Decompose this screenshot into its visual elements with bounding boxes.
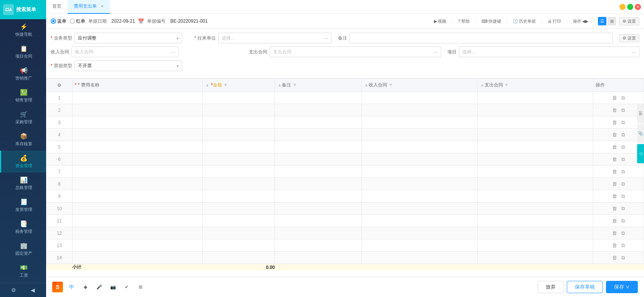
sidebar-item-capital[interactable]: 💰 资金管理 xyxy=(0,151,46,173)
cell-name-10[interactable] xyxy=(72,202,202,215)
right-float-3[interactable]: ◁ xyxy=(637,144,644,163)
grid-icon[interactable]: ⊞ xyxy=(135,282,146,292)
partner-input[interactable]: 选择... ··· xyxy=(218,33,332,43)
business-type-input[interactable]: 应付调整 ▾ xyxy=(74,33,182,43)
copy-btn-8[interactable]: ⧉ xyxy=(620,180,626,187)
cell-income-6[interactable] xyxy=(362,153,477,166)
cell-income-9[interactable] xyxy=(362,190,477,202)
actions-btn[interactable]: 操作 ◀▶ xyxy=(571,18,591,25)
delete-btn-14[interactable]: 🗑 xyxy=(611,254,619,261)
right-float-2[interactable]: 📎 xyxy=(637,124,644,143)
mic-icon[interactable]: 🎤 xyxy=(94,282,104,292)
expense-sort-up-icon[interactable]: ▲ xyxy=(480,82,485,88)
cell-expense-7[interactable] xyxy=(477,166,593,178)
settings-right-btn[interactable]: ⚙ 设置 xyxy=(619,34,639,42)
diamond-icon[interactable]: ◆ xyxy=(80,282,91,292)
cell-amount-9[interactable] xyxy=(202,190,275,202)
delete-btn-2[interactable]: 🗑 xyxy=(611,106,619,114)
copy-btn-2[interactable]: ⧉ xyxy=(620,106,626,114)
copy-btn-11[interactable]: ⧉ xyxy=(620,217,626,224)
camera-icon[interactable]: 📷 xyxy=(108,282,118,292)
sidebar-item-assets[interactable]: 🏢 固定资产 xyxy=(0,238,46,260)
red-bill-radio[interactable]: 红单 xyxy=(70,18,85,25)
brand-s-icon[interactable]: S xyxy=(52,282,63,292)
cell-name-5[interactable] xyxy=(72,141,202,153)
cell-name-1[interactable] xyxy=(72,92,202,104)
cell-name-12[interactable] xyxy=(72,227,202,239)
volume-icon[interactable]: ◀ xyxy=(31,287,35,293)
copy-btn-13[interactable]: ⧉ xyxy=(620,242,626,249)
cell-income-7[interactable] xyxy=(362,166,477,178)
delete-btn-7[interactable]: 🗑 xyxy=(611,168,619,175)
partner-dots-icon[interactable]: ··· xyxy=(324,35,328,41)
sidebar-item-purchase[interactable]: 🛒 采购管理 xyxy=(0,107,46,129)
cell-income-14[interactable] xyxy=(362,252,477,264)
copy-btn-9[interactable]: ⧉ xyxy=(620,192,626,200)
invoice-type-input[interactable]: 不开票 ▾ xyxy=(74,60,182,71)
history-btn[interactable]: 🕐 历史单据 xyxy=(510,18,538,25)
tab-close-icon[interactable]: ✕ xyxy=(101,4,104,8)
cell-note-4[interactable] xyxy=(275,129,362,141)
tab-expense[interactable]: 费用支出单 ✕ xyxy=(68,0,110,14)
note-sort-down-icon[interactable]: ▼ xyxy=(293,82,297,88)
cell-income-1[interactable] xyxy=(362,92,477,104)
cell-amount-4[interactable] xyxy=(202,129,275,141)
delete-btn-5[interactable]: 🗑 xyxy=(611,143,619,151)
check-icon[interactable]: ✔ xyxy=(121,282,132,292)
cell-name-9[interactable] xyxy=(72,190,202,202)
sidebar-item-tax[interactable]: 📑 税务管理 xyxy=(0,216,46,238)
copy-btn-14[interactable]: ⧉ xyxy=(620,254,626,261)
shortcut-btn[interactable]: ⌨ 快捷键 xyxy=(479,18,503,25)
cell-note-11[interactable] xyxy=(275,215,362,227)
cell-note-5[interactable] xyxy=(275,141,362,153)
cell-note-12[interactable] xyxy=(275,227,362,239)
copy-btn-12[interactable]: ⧉ xyxy=(620,229,626,237)
tab-home[interactable]: 首页 xyxy=(46,0,68,14)
copy-btn-7[interactable]: ⧉ xyxy=(620,168,626,175)
delete-btn-10[interactable]: 🗑 xyxy=(611,205,619,212)
cell-expense-5[interactable] xyxy=(477,141,593,153)
cell-name-3[interactable] xyxy=(72,116,202,129)
project-dots-icon[interactable]: ··· xyxy=(631,49,636,55)
cell-income-13[interactable] xyxy=(362,239,477,252)
list-view-btn[interactable]: ☰ xyxy=(598,17,606,25)
cell-name-7[interactable] xyxy=(72,166,202,178)
income-sort-down-icon[interactable]: ▼ xyxy=(389,82,393,88)
date-value[interactable]: 2022-09-21 xyxy=(111,18,135,24)
cell-income-10[interactable] xyxy=(362,202,477,215)
sort-up-icon[interactable]: ▲ xyxy=(205,82,210,88)
cell-note-7[interactable] xyxy=(275,166,362,178)
delete-btn-9[interactable]: 🗑 xyxy=(611,192,619,200)
income-sort-up-icon[interactable]: ▲ xyxy=(364,82,369,88)
income-contract-dots-icon[interactable]: ··· xyxy=(171,49,175,55)
sidebar-item-salary[interactable]: 💵 工资 xyxy=(0,260,46,282)
delete-btn-6[interactable]: 🗑 xyxy=(611,156,619,163)
cell-expense-4[interactable] xyxy=(477,129,593,141)
sidebar-item-marketing[interactable]: 📢 营销推广 xyxy=(0,63,46,85)
cell-note-2[interactable] xyxy=(275,104,362,116)
copy-btn-6[interactable]: ⧉ xyxy=(620,156,626,163)
cell-note-10[interactable] xyxy=(275,202,362,215)
cell-amount-2[interactable] xyxy=(202,104,275,116)
cell-name-13[interactable] xyxy=(72,239,202,252)
cell-expense-9[interactable] xyxy=(477,190,593,202)
grid-view-btn[interactable]: ⊞ xyxy=(608,17,616,25)
sidebar-search-label[interactable]: 搜索菜单 xyxy=(16,6,36,13)
cell-amount-5[interactable] xyxy=(202,141,275,153)
calendar-icon[interactable]: 📅 xyxy=(138,18,144,24)
cell-amount-11[interactable] xyxy=(202,215,275,227)
cell-name-4[interactable] xyxy=(72,129,202,141)
cell-income-3[interactable] xyxy=(362,116,477,129)
cell-expense-8[interactable] xyxy=(477,178,593,190)
cell-expense-10[interactable] xyxy=(477,202,593,215)
project-input[interactable]: 选择... ··· xyxy=(459,46,639,57)
cell-expense-3[interactable] xyxy=(477,116,593,129)
cell-income-5[interactable] xyxy=(362,141,477,153)
cell-expense-13[interactable] xyxy=(477,239,593,252)
sidebar-item-invoice[interactable]: 🧾 发票管理 xyxy=(0,194,46,216)
expense-contract-dots-icon[interactable]: ··· xyxy=(433,49,438,55)
blue-bill-radio[interactable]: 蓝单 xyxy=(51,18,66,25)
cell-note-3[interactable] xyxy=(275,116,362,129)
cell-note-6[interactable] xyxy=(275,153,362,166)
cell-note-13[interactable] xyxy=(275,239,362,252)
